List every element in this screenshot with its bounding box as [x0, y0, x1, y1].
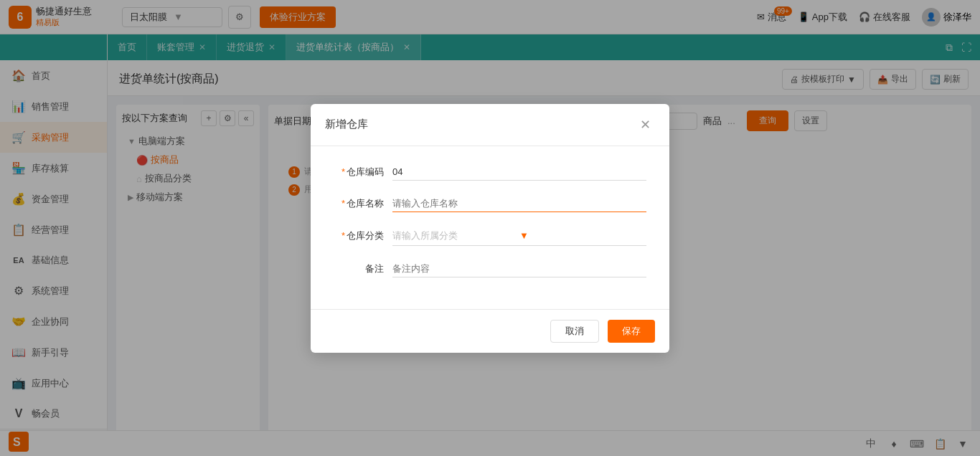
remark-input[interactable]	[392, 260, 646, 277]
modal-overlay[interactable]: 新增仓库 ✕ 仓库编码 仓库名称 仓库分类 请输入所属分类 ▼	[0, 0, 980, 430]
form-row-remark: 备注	[334, 260, 646, 277]
code-input[interactable]	[392, 163, 646, 181]
category-select[interactable]: 请输入所属分类 ▼	[392, 227, 646, 246]
save-button[interactable]: 保存	[608, 320, 655, 343]
remark-label: 备注	[334, 262, 384, 275]
form-row-code: 仓库编码	[334, 163, 646, 181]
dialog-close-button[interactable]: ✕	[636, 115, 655, 134]
dialog-header: 新增仓库 ✕	[311, 104, 669, 146]
name-label: 仓库名称	[334, 197, 384, 210]
category-label: 仓库分类	[334, 229, 384, 242]
dialog-body: 仓库编码 仓库名称 仓库分类 请输入所属分类 ▼ 备注	[311, 146, 669, 309]
form-row-category: 仓库分类 请输入所属分类 ▼	[334, 227, 646, 246]
category-arrow-icon: ▼	[519, 230, 646, 241]
dialog-footer: 取消 保存	[311, 309, 669, 353]
form-row-name: 仓库名称	[334, 195, 646, 212]
name-input[interactable]	[392, 195, 646, 212]
code-label: 仓库编码	[334, 166, 384, 179]
cancel-button[interactable]: 取消	[550, 320, 599, 343]
dialog-title: 新增仓库	[325, 118, 636, 131]
add-warehouse-dialog: 新增仓库 ✕ 仓库编码 仓库名称 仓库分类 请输入所属分类 ▼	[311, 104, 669, 353]
category-placeholder: 请输入所属分类	[392, 229, 519, 242]
